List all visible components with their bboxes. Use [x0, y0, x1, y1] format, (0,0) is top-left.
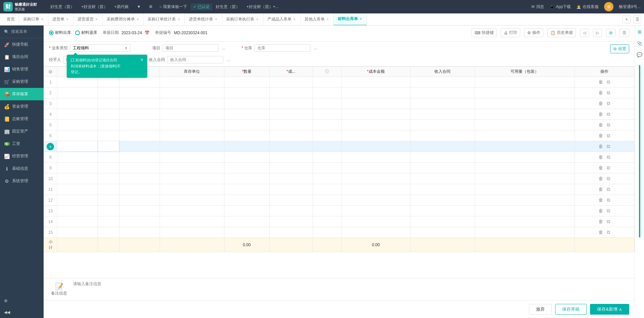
operation-btn[interactable]: ⚙ 操作 — [524, 28, 543, 37]
tab-jinghuo-return[interactable]: 进货退货 × — [73, 13, 103, 25]
tab-home[interactable]: 首页 — [3, 13, 19, 25]
sidebar-item-inventory[interactable]: 📦 库存核算 — [0, 88, 44, 100]
right-panel-comment-icon[interactable]: 💬 — [636, 51, 643, 58]
tab-purchase-stats[interactable]: 采购订单统计表 × — [144, 13, 185, 25]
sidebar-collapse-btn[interactable]: ◀◀ — [0, 307, 44, 318]
notes-input[interactable] — [73, 281, 629, 291]
save-draft-btn[interactable]: 保存草稿 — [555, 304, 587, 315]
nav-certified[interactable]: ✓ 已认证 — [191, 3, 212, 10]
sidebar-item-salary[interactable]: 💵 工资 — [0, 138, 44, 150]
username[interactable]: 畅管通8号... — [619, 4, 641, 10]
row-1-cost-price[interactable] — [269, 77, 313, 88]
copy-icon[interactable]: ⧉ — [605, 132, 612, 139]
close-tab-jinghuo[interactable]: × — [66, 17, 69, 21]
sidebar-settings-btn[interactable]: ⚙ — [0, 295, 44, 307]
col-settings-icon[interactable]: ⚙ — [48, 69, 53, 74]
project-ellipsis[interactable]: ... — [221, 46, 227, 50]
copy-icon[interactable]: ⧉ — [605, 154, 612, 161]
nav-haoyecai2[interactable]: +好业财（苗）+... — [243, 4, 282, 10]
close-tab-product-instock[interactable]: × — [293, 17, 296, 21]
copy-icon[interactable]: ⧉ — [605, 111, 612, 118]
delete-icon[interactable]: 🗑 — [597, 164, 604, 171]
warehouse-input[interactable] — [254, 44, 311, 52]
business-type-input[interactable]: ▼ × [工程领料]自动登记项目合同利润表材料成本；[直接领料]不登记。 — [70, 44, 131, 52]
sidebar-item-ledger[interactable]: 📒 总账管理 — [0, 113, 44, 125]
tab-menu-btn[interactable]: ☰ — [633, 15, 641, 23]
copy-icon[interactable]: ⧉ — [605, 100, 612, 107]
delete-icon[interactable]: 🗑 — [597, 218, 604, 225]
copy-icon[interactable]: ⧉ — [605, 143, 612, 150]
income-contract-ellipsis[interactable]: ... — [225, 57, 231, 62]
row-1-project[interactable] — [57, 77, 98, 88]
close-tab-purchase-fee[interactable]: × — [136, 17, 140, 21]
delete-icon[interactable]: 🗑 — [597, 197, 604, 203]
save-new-btn[interactable]: 保存&新增 ∧ — [590, 304, 629, 315]
close-tab-purchase-exec[interactable]: × — [256, 17, 259, 21]
form-settings-btn[interactable]: ⚙ 设置 — [610, 44, 629, 53]
radio-material-outstock[interactable]: 材料出库 — [49, 30, 71, 36]
close-tab-purchase-order[interactable]: × — [41, 17, 44, 21]
tab-other-instock[interactable]: 其他入库单 × — [301, 13, 334, 25]
add-row-btn[interactable]: + — [47, 143, 54, 150]
delete-icon[interactable]: 🗑 — [597, 100, 604, 107]
copy-icon[interactable]: ⧉ — [605, 208, 612, 214]
online-service-btn[interactable]: 👨‍💼 在线客服 — [576, 4, 599, 10]
user-avatar[interactable]: 苗 — [604, 2, 613, 11]
copy-icon[interactable]: ⧉ — [605, 79, 612, 86]
message-btn[interactable]: ✉ 消息 — [531, 4, 544, 10]
nav-dropdown[interactable]: ▼ — [133, 4, 144, 9]
copy-icon[interactable]: ⧉ — [605, 90, 612, 96]
sidebar-item-purchase[interactable]: 🛒 采购管理 — [0, 75, 44, 88]
row-1-qty[interactable] — [224, 77, 269, 88]
grid-container[interactable]: ⚙ 项目 * 规格 库存单位 *数量 *成... ⓘ *成本金额 — [44, 66, 635, 278]
delete-icon[interactable]: 🗑 — [597, 132, 604, 139]
prev-record-btn[interactable]: ◁ — [580, 29, 589, 37]
sidebar-item-finance[interactable]: 💰 资金管理 — [0, 100, 44, 113]
app-download-btn[interactable]: 📱 App下载 — [549, 4, 571, 10]
delete-icon[interactable]: 🗑 — [597, 229, 604, 235]
sidebar-item-basic[interactable]: ℹ 基础信息 — [0, 162, 44, 175]
list-view-btn[interactable]: ☰ — [620, 29, 629, 37]
nav-haoshengyimiao2[interactable]: 好生意（苗） — [212, 4, 243, 10]
delete-icon[interactable]: 🗑 — [597, 175, 604, 182]
nav-haoshengyimiao[interactable]: 好生意（苗） — [47, 4, 78, 10]
close-tab-other-instock[interactable]: × — [326, 17, 329, 21]
delete-icon[interactable]: 🗑 — [597, 78, 604, 85]
copy-icon[interactable]: ⧉ — [605, 229, 612, 236]
tab-purchase-fee[interactable]: 采购费用分摊单 × — [103, 13, 144, 25]
tab-purchase-order[interactable]: 采购订单 × — [19, 13, 48, 25]
tooltip-close-btn[interactable]: × — [141, 57, 143, 62]
row-1-material[interactable] — [98, 77, 119, 88]
delete-icon[interactable]: 🗑 — [597, 121, 604, 128]
print-btn[interactable]: 🖨 打印 — [501, 28, 520, 37]
tab-jinghuo[interactable]: 进货单 × — [48, 13, 73, 25]
row-1-unit[interactable] — [160, 77, 224, 88]
sidebar-item-system[interactable]: ⚙ 系统管理 — [0, 175, 44, 187]
sidebar-item-management[interactable]: 📈 经营管理 — [0, 150, 44, 162]
delete-icon[interactable]: 🗑 — [597, 111, 604, 117]
tab-product-instock[interactable]: 产成品入库单 × — [263, 13, 301, 25]
close-tab-purchase-stats2[interactable]: × — [214, 17, 218, 21]
income-contract-text[interactable] — [170, 57, 220, 62]
nav-haoyecai[interactable]: +好业财（苗） — [78, 4, 111, 10]
row-1-income-contract[interactable] — [410, 77, 475, 88]
sidebar-item-assets[interactable]: 🏢 固定资产 — [0, 125, 44, 138]
close-tab-material-outstock[interactable]: × — [359, 17, 363, 21]
sidebar-item-navigation[interactable]: 🚀 快捷导航 — [0, 38, 44, 51]
info-icon[interactable]: ⓘ — [325, 69, 329, 74]
shortcut-btn[interactable]: ⌨ 快捷键 — [472, 28, 497, 37]
history-btn[interactable]: 📋 历史单据 — [547, 28, 576, 37]
right-panel-expand-icon[interactable]: ⊞ — [636, 28, 643, 36]
discard-btn[interactable]: 放弃 — [529, 304, 552, 315]
copy-icon[interactable]: ⧉ — [605, 186, 612, 193]
sidebar-item-sales[interactable]: 📊 销售管理 — [0, 63, 44, 75]
delete-icon[interactable]: 🗑 — [597, 186, 604, 193]
copy-icon[interactable]: ⧉ — [605, 197, 612, 204]
copy-icon[interactable]: ⧉ — [605, 175, 612, 182]
business-type-dropdown-arrow[interactable]: ▼ — [124, 46, 128, 50]
warehouse-text[interactable] — [257, 46, 308, 50]
nav-settings-gear[interactable]: ⚙ — [146, 4, 156, 9]
close-all-tabs-btn[interactable]: × — [623, 15, 631, 23]
calendar-icon[interactable]: 📅 — [145, 31, 150, 35]
row-1-spec[interactable] — [119, 77, 160, 88]
